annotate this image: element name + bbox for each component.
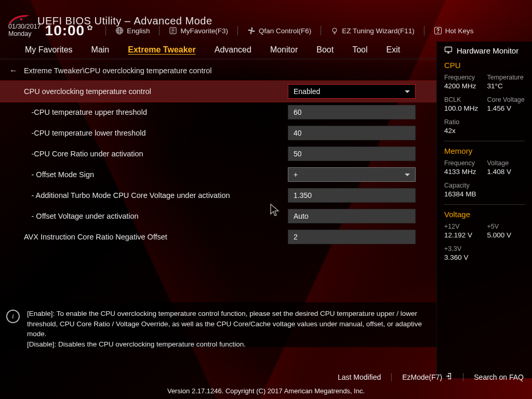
divider [105,26,106,35]
divider [321,26,321,35]
setting-row[interactable]: -CPU Core Ratio under activation [0,143,436,164]
setting-label: -CPU temperature upper threshold [24,108,288,116]
setting-textfield[interactable] [288,209,416,223]
cpu-ratio-value: 42x [444,127,525,135]
setting-textfield[interactable] [288,147,416,161]
setting-label: - Offset Mode Sign [24,170,288,179]
cpu-bclk-label: BCLK [444,96,482,103]
v5-label: +5V [487,223,525,230]
cpu-temperature-value: 31°C [487,82,525,90]
myfavorite-button[interactable]: MyFavorite(F3) [169,26,228,35]
ezmode-button[interactable]: EzMode(F7) [402,373,453,381]
setting-input[interactable] [294,129,410,137]
setting-input[interactable] [294,108,410,116]
setting-row[interactable]: -CPU temperature lower threshold [0,123,436,143]
last-modified-button[interactable]: Last Modified [338,373,381,381]
favorite-icon [169,26,177,35]
hotkeys-button[interactable]: Hot Keys [434,26,474,35]
voltage-section-title: Voltage [444,210,525,219]
setting-dropdown[interactable]: Enabled [288,84,416,99]
v33-value: 3.360 V [444,254,525,261]
setting-label: - Additional Turbo Mode CPU Core Voltage… [24,191,288,200]
tab-advanced[interactable]: Advanced [205,42,261,59]
tab-exit[interactable]: Exit [377,42,410,59]
chevron-down-icon [405,174,410,179]
svg-point-7 [437,32,438,33]
divider [463,373,463,381]
chevron-down-icon [405,90,410,96]
setting-label: -CPU Core Ratio under activation [24,150,288,158]
mem-frequency-label: Frequency [444,159,482,167]
globe-icon [115,26,124,35]
setting-input[interactable] [294,212,410,220]
qfan-control-button[interactable]: Qfan Control(F6) [247,26,311,35]
v33-label: +3.3V [444,245,525,252]
mem-voltage-value: 1.408 V [487,168,525,176]
svg-point-5 [332,28,337,32]
tab-extreme-tweaker[interactable]: Extreme Tweaker [118,42,205,59]
bulb-icon [330,26,339,35]
settings-list: CPU overclocking temperature controlEnab… [0,81,436,247]
cpu-section-title: CPU [444,61,525,70]
gear-icon[interactable]: ✿ [87,23,93,32]
monitor-icon [444,46,453,56]
cpu-ratio-label: Ratio [444,118,525,126]
divider [391,373,392,381]
setting-row[interactable]: - Offset Mode Sign+ [0,164,436,185]
mem-capacity-value: 16384 MB [444,190,525,198]
ez-tuning-wizard-button[interactable]: EZ Tuning Wizard(F11) [330,26,415,35]
hardware-monitor-title: Hardware Monitor [444,46,525,56]
tab-boot[interactable]: Boot [307,42,343,59]
cpu-core-voltage-value: 1.456 V [487,104,525,112]
tab-tool[interactable]: Tool [343,42,377,59]
setting-textfield[interactable] [288,188,416,203]
info-icon: i [6,310,20,323]
setting-label: CPU overclocking temperature control [24,87,288,96]
setting-input[interactable] [294,233,410,241]
setting-row[interactable]: CPU overclocking temperature controlEnab… [0,81,436,102]
divider [237,26,238,35]
v12-label: +12V [444,223,482,230]
divider [424,26,424,35]
v5-value: 5.000 V [487,231,525,239]
mem-capacity-label: Capacity [444,182,525,189]
main-tabs: My FavoritesMainExtreme TweakerAdvancedM… [0,42,436,59]
help-panel: i [Enable]: To enable the CPU overclocki… [0,302,436,347]
breadcrumb: Extreme Tweaker\CPU overclocking tempera… [24,66,212,75]
memory-section-title: Memory [444,147,525,155]
setting-row[interactable]: - Additional Turbo Mode CPU Core Voltage… [0,185,436,206]
cpu-bclk-value: 100.0 MHz [444,104,482,112]
help-text: [Enable]: To enable the CPU overclocking… [27,309,426,342]
tab-my-favorites[interactable]: My Favorites [16,42,82,59]
setting-label: AVX Instruction Core Ratio Negative Offs… [24,233,288,241]
setting-textfield[interactable] [288,126,416,140]
back-button[interactable]: ← [9,66,18,75]
cpu-frequency-label: Frequency [444,74,482,81]
search-faq-button[interactable]: Search on FAQ [474,373,524,381]
cpu-core-voltage-label: Core Voltage [487,96,525,103]
setting-row[interactable]: -CPU temperature upper threshold [0,102,436,123]
svg-rect-8 [445,47,452,52]
setting-value: Enabled [294,87,320,96]
setting-label: - Offset Voltage under activation [24,212,288,220]
setting-row[interactable]: AVX Instruction Core Ratio Negative Offs… [0,227,436,247]
tab-monitor[interactable]: Monitor [261,42,307,59]
question-icon [434,26,442,35]
setting-textfield[interactable] [288,230,416,244]
divider [159,26,159,35]
mem-voltage-label: Voltage [487,159,525,167]
language-selector[interactable]: English [115,26,150,35]
setting-dropdown[interactable]: + [288,167,416,182]
date-display: 01/30/2017 Monday [8,23,41,38]
setting-value: + [294,170,298,179]
setting-input[interactable] [294,191,410,200]
divider [444,141,525,141]
setting-row[interactable]: - Offset Voltage under activation [0,206,436,227]
copyright-text: Version 2.17.1246. Copyright (C) 2017 Am… [0,387,532,395]
time-display[interactable]: 10:00 ✿ [45,22,94,39]
setting-input[interactable] [294,150,410,158]
cpu-frequency-value: 4200 MHz [444,82,482,90]
tab-main[interactable]: Main [82,42,119,59]
fan-icon [247,26,256,35]
setting-textfield[interactable] [288,105,416,119]
